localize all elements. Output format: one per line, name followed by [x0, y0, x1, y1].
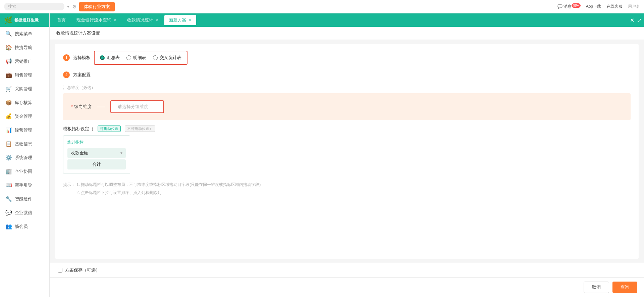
- sidebar-item-wechat[interactable]: 💬 企业微信: [0, 206, 49, 219]
- search-menu-icon: 🔍: [5, 31, 12, 37]
- indicator-box-title: 统计指标: [67, 140, 126, 145]
- tip-item-1: 提示： 1. 拖动标题栏可以调整布局，不可跨维度或指标区域拖动目字段(只能在同一…: [63, 181, 631, 189]
- mgmt-icon: 📊: [5, 127, 12, 133]
- tab-cashflow[interactable]: 现金银行流水查询 ✕: [72, 15, 121, 25]
- tab-bar: 首页 现金银行流水查询 ✕ 收款情况统计 ✕ 新建方案 ✕ ✕ ⤢: [50, 13, 644, 27]
- sidebar-item-purchase[interactable]: 🛒 采购管理: [0, 82, 49, 96]
- tab-new-plan-close[interactable]: ✕: [189, 18, 192, 22]
- sidebar-item-system[interactable]: ⚙️ 系统管理: [0, 151, 49, 164]
- content-area: 收款情况统计方案设置 1 选择模板 汇总表: [50, 27, 644, 277]
- step2-header: 2 方案配置: [63, 71, 631, 78]
- member-icon: 👥: [5, 223, 12, 230]
- arrow-separator: ——: [97, 104, 105, 109]
- sidebar-item-mgmt[interactable]: 📊 经营管理: [0, 123, 49, 137]
- sidebar-item-basic[interactable]: 📋 基础信息: [0, 137, 49, 151]
- tab-receipt-label: 收款情况统计: [127, 17, 153, 23]
- service-link[interactable]: 在线客服: [606, 4, 623, 9]
- indicator-section: 模板指标设定（ 可拖动位置 不可拖动位置） 统计指标 收款金额: [63, 126, 631, 174]
- home-icon: 🏠: [5, 44, 12, 51]
- form-section: 1 选择模板 汇总表 明细表: [55, 44, 639, 259]
- step1-row: 1 选择模板 汇总表 明细表: [63, 51, 631, 65]
- indicator-item-amount[interactable]: 收款金额 ▾: [67, 148, 126, 158]
- sales-icon: 💼: [5, 72, 12, 78]
- tips-section: 提示： 1. 拖动标题栏可以调整布局，不可跨维度或指标区域拖动目字段(只能在同一…: [63, 181, 631, 197]
- layout: 🌿 畅捷通好生意 🔍 搜索菜单 🏠 快捷导航 📢 营销推广 💼 销售管理 🛒: [0, 13, 644, 297]
- tab-bar-left: 首页 现金银行流水查询 ✕ 收款情况统计 ✕ 新建方案 ✕: [52, 15, 196, 25]
- sidebar-label-mgmt: 经营管理: [15, 127, 32, 133]
- download-link[interactable]: App下载: [586, 4, 601, 9]
- trial-button[interactable]: 体验行业方案: [79, 2, 115, 11]
- sidebar-label-marketing: 营销推广: [15, 58, 32, 64]
- tab-receipt-close[interactable]: ✕: [155, 18, 158, 22]
- radio-group: 汇总表 明细表 交叉统计表: [100, 55, 181, 61]
- user-info[interactable]: 用户名: [628, 4, 640, 9]
- indicator-box: 统计指标 收款金额 ▾ 合计: [63, 135, 130, 174]
- sidebar-label-guide: 新手引导: [15, 182, 32, 188]
- message-icon[interactable]: 💬 消息 99+: [557, 4, 581, 9]
- tab-cashflow-label: 现金银行流水查询: [76, 17, 111, 23]
- query-button[interactable]: 查询: [612, 282, 637, 293]
- tab-receipt[interactable]: 收款情况统计 ✕: [122, 15, 163, 25]
- tip-prefix: 提示：: [63, 181, 75, 189]
- tab-new-plan-label: 新建方案: [169, 17, 186, 23]
- sidebar-label-search: 搜索菜单: [15, 31, 32, 37]
- message-label: 消息: [564, 4, 572, 9]
- save-checkbox[interactable]: [58, 268, 62, 273]
- sidebar-item-sales[interactable]: 💼 销售管理: [0, 68, 49, 82]
- sidebar-label-finance: 资金管理: [15, 113, 32, 119]
- wechat-icon: 💬: [5, 209, 12, 216]
- sidebar-item-member[interactable]: 👥 畅会员: [0, 219, 49, 233]
- dimension-dropdown[interactable]: 请选择分组维度: [110, 100, 164, 113]
- hardware-icon: 🔧: [5, 196, 12, 202]
- radio-summary-input[interactable]: [100, 55, 105, 60]
- sidebar-label-system: 系统管理: [15, 155, 32, 161]
- config-section: 汇总维度（必选） * 纵向维度 —— 请选择分组维度: [63, 85, 631, 197]
- save-section: 方案保存（可选）: [50, 263, 644, 277]
- sidebar-item-marketing[interactable]: 📢 营销推广: [0, 54, 49, 68]
- dropdown-icon[interactable]: ▾: [67, 4, 69, 9]
- expand-window-icon[interactable]: ⤢: [637, 17, 641, 23]
- step1-label: 选择模板: [73, 55, 91, 61]
- message-badge: 99+: [572, 3, 581, 8]
- radio-cross[interactable]: 交叉统计表: [153, 55, 181, 61]
- sidebar-label-purchase: 采购管理: [15, 86, 32, 92]
- indicator-total: 合计: [67, 159, 126, 169]
- sidebar-item-finance[interactable]: 💰 资金管理: [0, 109, 49, 123]
- sidebar-item-inventory[interactable]: 📦 库存核算: [0, 96, 49, 109]
- sidebar-label-hardware: 智能硬件: [15, 196, 32, 202]
- guide-icon: 📖: [5, 182, 12, 188]
- cancel-button[interactable]: 取消: [584, 282, 609, 293]
- main-area: 首页 现金银行流水查询 ✕ 收款情况统计 ✕ 新建方案 ✕ ✕ ⤢: [50, 13, 644, 297]
- tab-new-plan[interactable]: 新建方案 ✕: [164, 15, 196, 25]
- step1-badge: 1: [63, 54, 70, 61]
- radio-cross-input[interactable]: [153, 55, 158, 60]
- radio-summary[interactable]: 汇总表: [100, 55, 120, 61]
- top-bar-left: 搜索 ▾ ⚙ 体验行业方案: [4, 2, 115, 11]
- sidebar-label-basic: 基础信息: [15, 141, 32, 147]
- settings-icon[interactable]: ⚙: [72, 4, 76, 10]
- tip-item-2: 提示： 2. 点击标题栏下拉可设置排序、插入列和删除列: [63, 189, 631, 197]
- indicator-dropdown-icon[interactable]: ▾: [120, 151, 122, 155]
- sidebar: 🌿 畅捷通好生意 🔍 搜索菜单 🏠 快捷导航 📢 营销推广 💼 销售管理 🛒: [0, 13, 50, 297]
- sidebar-item-nav[interactable]: 🏠 快捷导航: [0, 41, 49, 54]
- required-star: *: [71, 104, 73, 109]
- sidebar-item-collab[interactable]: 🏢 企业协同: [0, 164, 49, 178]
- tab-home[interactable]: 首页: [52, 15, 70, 25]
- tab-home-label: 首页: [57, 17, 66, 23]
- purchase-icon: 🛒: [5, 86, 12, 92]
- sidebar-label-sales: 销售管理: [15, 72, 32, 78]
- close-window-icon[interactable]: ✕: [630, 17, 634, 23]
- sidebar-item-guide[interactable]: 📖 新手引导: [0, 178, 49, 192]
- indicator-title-text: 模板指标设定（: [63, 126, 94, 132]
- basic-icon: 📋: [5, 141, 12, 147]
- sidebar-item-hardware[interactable]: 🔧 智能硬件: [0, 192, 49, 206]
- movable-tag: 可拖动位置: [98, 126, 121, 132]
- sidebar-menu: 🔍 搜索菜单 🏠 快捷导航 📢 营销推广 💼 销售管理 🛒 采购管理 📦: [0, 27, 49, 297]
- tab-cashflow-close[interactable]: ✕: [113, 18, 116, 22]
- sidebar-label-member: 畅会员: [15, 224, 28, 230]
- sidebar-item-search[interactable]: 🔍 搜索菜单: [0, 27, 49, 41]
- radio-detail[interactable]: 明细表: [126, 55, 146, 61]
- search-bar[interactable]: 搜索: [4, 3, 64, 10]
- radio-detail-input[interactable]: [126, 55, 131, 60]
- sidebar-label-nav: 快捷导航: [15, 45, 32, 51]
